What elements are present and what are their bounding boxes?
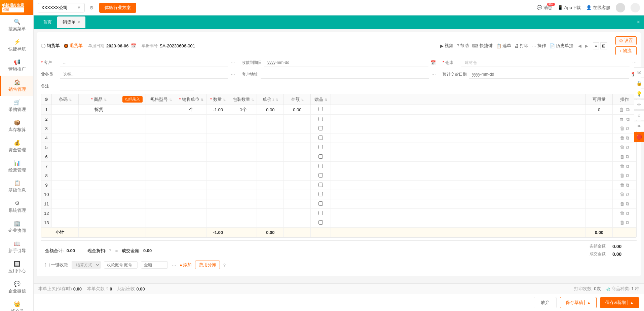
row-gift-4[interactable] (311, 133, 331, 143)
delete-row-10-button[interactable]: 🗑 (619, 192, 625, 197)
row-price-1[interactable]: 0.00 (257, 105, 284, 115)
copy-row-8-button[interactable]: ⧉ (625, 173, 630, 179)
row-barcode-3[interactable] (52, 124, 79, 133)
copy-row-10-button[interactable]: ⧉ (625, 192, 630, 197)
online-service-button[interactable]: 👤 在线客服 (586, 5, 610, 11)
copy-row-2-button[interactable]: ⧉ (626, 116, 630, 122)
list-view-icon[interactable]: ≡ (593, 42, 599, 49)
expected-date-input-wrapper[interactable] (469, 70, 629, 79)
copy-row-9-button[interactable]: ⧉ (625, 182, 630, 188)
float-orange-btn[interactable]: 🔴 (634, 132, 644, 142)
row-gift-3[interactable] (311, 124, 331, 133)
row-gift-9[interactable] (311, 181, 331, 190)
sidebar-item-enterprise[interactable]: 🏢 企业协同 (0, 217, 33, 237)
float-lock-btn[interactable]: 🔒 (634, 78, 644, 88)
delete-row-11-button[interactable]: 🗑 (619, 201, 625, 206)
sidebar-item-finance[interactable]: 💰 资金管理 (0, 136, 33, 156)
toolbar-select[interactable]: 📋 选单 (496, 43, 511, 49)
gift-checkbox-8[interactable] (318, 173, 323, 178)
due-date-input-wrapper[interactable] (264, 59, 428, 67)
gift-checkbox-11[interactable] (318, 201, 323, 206)
gift-checkbox-9[interactable] (318, 183, 323, 187)
delete-row-1-button[interactable]: 🗑 (618, 107, 624, 112)
expense-help-icon[interactable]: ? (223, 263, 226, 268)
row-gift-11[interactable] (311, 199, 331, 209)
gift-checkbox-3[interactable] (318, 126, 323, 130)
one-click-checkbox[interactable] (45, 263, 49, 267)
float-mail-btn[interactable]: ✉ (634, 67, 644, 77)
sidebar-item-sales[interactable]: 🏠 销售管理 (0, 76, 33, 96)
sidebar-item-apps[interactable]: 🔲 应用中心 (0, 257, 33, 277)
row-gift-1[interactable] (311, 105, 331, 115)
customer-input[interactable] (61, 59, 227, 66)
row-unit-1[interactable]: 个 (176, 105, 206, 115)
delete-row-9-button[interactable]: 🗑 (619, 182, 625, 188)
account-more-icon[interactable]: ⋯ (172, 263, 176, 268)
gift-checkbox-5[interactable] (318, 145, 323, 149)
grid-view-icon[interactable]: ⊞ (600, 42, 607, 49)
user-avatar2[interactable] (631, 3, 640, 12)
delete-row-13-button[interactable]: 🗑 (619, 220, 625, 225)
copy-row-3-button[interactable]: ⧉ (625, 126, 630, 131)
row-product-2[interactable] (79, 115, 119, 124)
warehouse-input-wrapper[interactable] (461, 59, 630, 67)
gift-checkbox-4[interactable] (318, 135, 323, 140)
product-sort-icon[interactable]: ⇅ (104, 98, 107, 102)
save-draft-button[interactable]: 保存草稿 ▲ (560, 297, 597, 308)
radio-sales-order[interactable]: 销货单 (41, 43, 60, 49)
delete-row-6-button[interactable]: 🗑 (619, 154, 625, 159)
address-input-wrapper[interactable] (261, 70, 429, 79)
row-remark-1[interactable] (331, 105, 586, 115)
save-new-chevron[interactable]: ▲ (627, 300, 634, 305)
expected-date-input[interactable] (470, 71, 628, 78)
delete-row-5-button[interactable]: 🗑 (619, 145, 625, 150)
copy-row-4-button[interactable]: ⧉ (625, 135, 630, 141)
row-remark-2[interactable] (331, 115, 586, 124)
sidebar-item-purchase[interactable]: 🛒 采购管理 (0, 96, 33, 116)
sidebar-item-basic[interactable]: 📋 基础信息 (0, 177, 33, 197)
row-amount-3[interactable] (284, 124, 311, 133)
gift-checkbox-13[interactable] (318, 220, 323, 225)
row-price-3[interactable] (257, 124, 284, 133)
row-packqty-3[interactable] (230, 124, 257, 133)
radio-sales-input[interactable] (41, 44, 45, 48)
toolbar-shortcut[interactable]: ⌨ 快捷键 (472, 43, 493, 49)
delete-row-3-button[interactable]: 🗑 (619, 126, 625, 131)
sidebar-item-inventory[interactable]: 📦 库存核算 (0, 116, 33, 136)
sidebar-item-member[interactable]: 👑 畅会员 (0, 298, 33, 311)
sidebar-item-search[interactable]: 🔍 搜索菜单 (0, 15, 33, 35)
due-date-calendar-icon[interactable]: 📅 (430, 60, 436, 65)
copy-row-5-button[interactable]: ⧉ (625, 145, 630, 150)
row-amount-1[interactable]: 0.00 (284, 105, 311, 115)
address-input[interactable] (262, 71, 427, 78)
trial-button[interactable]: 体验行业方案 (99, 3, 136, 13)
gift-checkbox-12[interactable] (318, 211, 323, 215)
address-more-icon[interactable]: ⋯ (431, 72, 436, 77)
notes-input[interactable] (61, 83, 193, 89)
account-input[interactable] (104, 261, 138, 269)
add-button[interactable]: ● 添加 (180, 262, 192, 268)
sidebar-item-marketing[interactable]: 📢 营销推广 (0, 55, 33, 76)
float-bulb-btn[interactable]: 💡 (634, 89, 644, 99)
row-price-2[interactable] (257, 115, 284, 124)
row-amount-2[interactable] (284, 115, 311, 124)
float-star-btn[interactable]: ☆ (634, 110, 644, 120)
row-quantity-3[interactable] (206, 124, 230, 133)
row-gift-2[interactable] (311, 115, 331, 124)
price-info-icon[interactable]: ℹ (272, 97, 274, 102)
amount-input[interactable] (141, 261, 168, 269)
save-draft-chevron[interactable]: ▲ (584, 300, 591, 305)
copy-row-13-button[interactable]: ⧉ (625, 220, 630, 226)
setting-button[interactable]: ⚙ 设置 (615, 36, 637, 45)
tabbar-close-icon[interactable]: × (637, 19, 640, 25)
tab-home[interactable]: 首页 (38, 16, 57, 28)
row-gift-10[interactable] (311, 190, 331, 199)
gift-checkbox-7[interactable] (318, 164, 323, 168)
toolbar-action[interactable]: ⋯ 操作 (532, 43, 546, 49)
row-quantity-2[interactable] (206, 115, 230, 124)
copy-row-12-button[interactable]: ⧉ (625, 210, 630, 216)
row-gift-6[interactable] (311, 152, 331, 162)
current-due-help[interactable]: ? (106, 286, 108, 291)
row-gift-13[interactable] (311, 218, 331, 228)
discount-help-icon[interactable]: ? (109, 248, 111, 253)
